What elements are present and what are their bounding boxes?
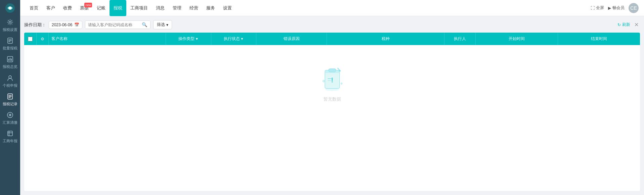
topnav-item-receivable[interactable]: 收费	[59, 0, 76, 16]
th-executor: 执行人	[444, 33, 476, 45]
topnav-item-message[interactable]: 消息	[152, 0, 169, 16]
svg-point-30	[341, 83, 342, 84]
filter-icon-op[interactable]: ▼	[195, 37, 199, 41]
th-error-reason: 错误原因	[256, 33, 327, 45]
empty-illustration: !	[319, 65, 346, 92]
fullscreen-label: 全屏	[596, 5, 604, 11]
personal-tax-icon	[7, 75, 13, 82]
topnav-label: 报税	[114, 5, 122, 11]
topnav-label: 首页	[30, 5, 38, 11]
svg-rect-22	[325, 70, 340, 73]
svg-point-2	[9, 21, 11, 23]
member-label: 畅会员	[612, 5, 625, 11]
th-gear: ⚙	[36, 33, 48, 45]
main-area: 首页客户收费票据new记账报税工商项目消息管理经营服务设置 ⛶ 全屏 ▶ 畅会员…	[20, 0, 644, 195]
toolbar: 操作日期： 2023-06-06 📅 🔍 筛选 ▾ ↻ 刷新 ✕	[24, 20, 640, 29]
refresh-icon: ↻	[617, 23, 621, 27]
topnav-right: ⛶ 全屏 ▶ 畅会员 CE	[591, 3, 639, 13]
chevron-down-icon: ▾	[166, 23, 168, 27]
svg-point-28	[325, 88, 339, 91]
annual-report-icon	[7, 130, 13, 138]
th-tax-type: 税种	[327, 33, 444, 45]
sidebar-item-annual-report[interactable]: 工商年报	[0, 127, 20, 146]
sidebar-item-label: 汇算清缴	[3, 120, 17, 125]
th-customer-name: 客户名称	[48, 33, 166, 45]
topnav-item-invoice[interactable]: 票据new	[76, 0, 93, 16]
topnav-item-manage[interactable]: 管理	[169, 0, 185, 16]
topnav-label: 经营	[189, 5, 198, 11]
topnav-item-accounting[interactable]: 记账	[93, 0, 110, 16]
sidebar-item-settlement[interactable]: 汇算清缴	[0, 109, 20, 127]
topnav-label: 设置	[223, 5, 232, 11]
empty-text: 暂无数据	[324, 96, 341, 102]
search-input[interactable]	[85, 21, 139, 29]
sidebar-item-label: 批量报税	[3, 46, 17, 50]
sidebar-item-label: 个税申报	[3, 83, 17, 88]
member-button[interactable]: ▶ 畅会员	[608, 5, 625, 11]
member-icon: ▶	[608, 6, 611, 10]
th-start-time: 开始时间	[475, 33, 558, 45]
table-container: ⚙ 客户名称 操作类型 ▼ 执行状态 ▼ 错误原因 税种 执行人 开始时间	[24, 33, 640, 191]
fullscreen-icon: ⛶	[591, 6, 595, 10]
th-exec-status: 执行状态 ▼	[211, 33, 256, 45]
tax-overview-icon	[7, 56, 13, 64]
fullscreen-button[interactable]: ⛶ 全屏	[591, 5, 604, 11]
search-button[interactable]: 🔍	[139, 21, 150, 29]
content-area: 操作日期： 2023-06-06 📅 🔍 筛选 ▾ ↻ 刷新 ✕	[20, 16, 644, 195]
filter-label: 筛选	[157, 22, 165, 28]
topnav-item-home[interactable]: 首页	[26, 0, 42, 16]
sidebar-item-tax-overview[interactable]: 报税总览	[0, 53, 20, 72]
sidebar-item-tax-settings[interactable]: 报税设置	[0, 16, 20, 35]
sidebar-item-batch-tax[interactable]: 批量报税	[0, 35, 20, 53]
topnav-label: 工商项目	[130, 5, 148, 11]
th-operation-type: 操作类型 ▼	[166, 33, 211, 45]
tax-records-icon	[7, 93, 13, 101]
records-table: ⚙ 客户名称 操作类型 ▼ 执行状态 ▼ 错误原因 税种 执行人 开始时间	[24, 33, 640, 45]
topnav-item-tax[interactable]: 报税	[110, 0, 126, 16]
sidebar-item-label: 报税总览	[3, 65, 17, 69]
batch-tax-icon	[7, 37, 13, 45]
topnav-label: 管理	[173, 5, 181, 11]
filter-button[interactable]: 筛选 ▾	[153, 20, 172, 29]
refresh-button[interactable]: ↻ 刷新	[617, 22, 630, 28]
topnav-item-customer[interactable]: 客户	[42, 0, 59, 16]
topnav-label: 收费	[63, 5, 72, 11]
topnav-item-bizproject[interactable]: 工商项目	[126, 0, 152, 16]
empty-state: ! 暂无数据	[24, 45, 640, 122]
date-value: 2023-06-06	[52, 23, 72, 27]
date-picker[interactable]: 2023-06-06 📅	[49, 21, 82, 29]
close-button[interactable]: ✕	[633, 21, 640, 29]
th-checkbox	[24, 33, 36, 45]
calendar-icon: 📅	[74, 23, 79, 27]
sidebar-item-label: 报税记录	[3, 102, 17, 106]
th-end-time: 结束时间	[558, 33, 640, 45]
select-all-checkbox[interactable]	[28, 37, 33, 41]
sidebar-item-label: 工商年报	[3, 139, 17, 143]
new-badge: new	[84, 3, 92, 7]
avatar[interactable]: CE	[629, 3, 639, 13]
topnav-item-operation[interactable]: 经营	[185, 0, 202, 16]
topnav-label: 记账	[97, 5, 105, 11]
svg-point-29	[323, 80, 325, 82]
date-label: 操作日期：	[24, 22, 46, 28]
topnav-label: 消息	[156, 5, 165, 11]
tax-settings-icon	[7, 19, 13, 27]
settlement-icon	[7, 112, 13, 119]
topnav-label: 服务	[206, 5, 215, 11]
topnav-item-settings[interactable]: 设置	[219, 0, 236, 16]
topnav: 首页客户收费票据new记账报税工商项目消息管理经营服务设置 ⛶ 全屏 ▶ 畅会员…	[20, 0, 644, 16]
sidebar-item-personal-tax[interactable]: 个税申报	[0, 72, 20, 90]
gear-icon[interactable]: ⚙	[41, 37, 44, 41]
svg-text:!: !	[331, 76, 333, 84]
filter-icon-exec[interactable]: ▼	[241, 37, 244, 41]
sidebar: 报税设置 批量报税 报税总览 个税申报 报税记录 汇算清缴 工商年报	[0, 0, 20, 195]
svg-point-11	[9, 76, 11, 78]
refresh-label: 刷新	[622, 22, 630, 28]
topnav-item-service[interactable]: 服务	[202, 0, 219, 16]
svg-point-1	[9, 7, 11, 9]
sidebar-item-tax-records[interactable]: 报税记录	[0, 90, 20, 109]
topnav-label: 客户	[46, 5, 55, 11]
sidebar-logo	[0, 0, 20, 16]
table-header-row: ⚙ 客户名称 操作类型 ▼ 执行状态 ▼ 错误原因 税种 执行人 开始时间	[24, 33, 640, 45]
search-box: 🔍	[85, 21, 151, 29]
